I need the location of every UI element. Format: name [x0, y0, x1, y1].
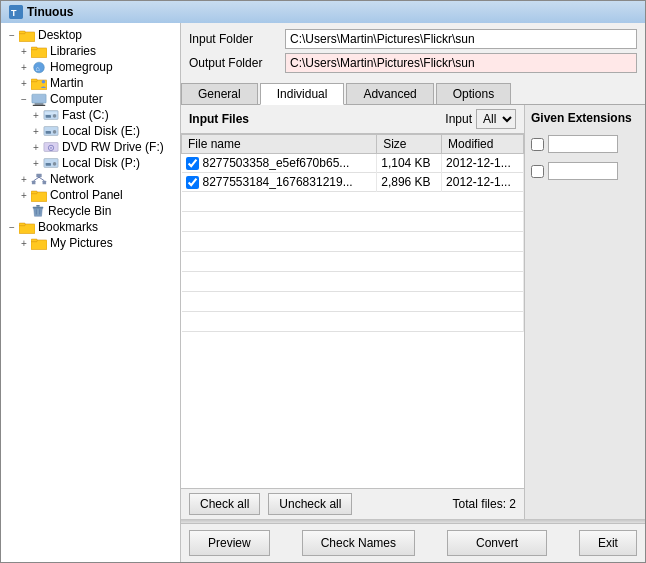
tab-advanced[interactable]: Advanced	[346, 83, 433, 104]
tree-item-libraries[interactable]: + Libraries	[1, 43, 180, 59]
exit-button[interactable]: Exit	[579, 530, 637, 556]
input-folder-label: Input Folder	[189, 32, 279, 46]
input-dropdown-label: Input	[445, 112, 472, 126]
tree-item-homegroup[interactable]: + ⌂ Homegroup	[1, 59, 180, 75]
svg-rect-12	[35, 103, 44, 105]
check-all-button[interactable]: Check all	[189, 493, 260, 515]
tree-label-recycle-bin: Recycle Bin	[48, 204, 111, 218]
svg-rect-9	[31, 79, 37, 82]
table-row-empty	[182, 192, 524, 212]
ext-input-1[interactable]	[548, 162, 618, 180]
table-row-empty	[182, 292, 524, 312]
libraries-folder-icon	[31, 45, 47, 58]
expand-martin-icon: +	[17, 76, 31, 90]
convert-button[interactable]: Convert	[447, 530, 547, 556]
file-checkbox-1[interactable]	[186, 176, 199, 189]
file-list-bottom: Check all Uncheck all Total files: 2	[181, 488, 524, 519]
input-folder-input[interactable]	[285, 29, 637, 49]
svg-rect-15	[46, 115, 51, 118]
expand-my-pictures-icon: +	[17, 236, 31, 250]
computer-icon	[31, 93, 47, 106]
expand-network-icon: +	[17, 172, 31, 186]
table-row-empty	[182, 212, 524, 232]
uncheck-all-button[interactable]: Uncheck all	[268, 493, 352, 515]
svg-rect-27	[36, 174, 41, 178]
file-modified-1: 2012-12-1...	[442, 173, 524, 192]
expand-control-panel-icon: +	[17, 188, 31, 202]
content-area: Input Files Input All	[181, 105, 645, 519]
preview-button[interactable]: Preview	[189, 530, 270, 556]
tree-item-martin[interactable]: + Martin	[1, 75, 180, 91]
tab-general[interactable]: General	[181, 83, 258, 104]
drive-e-icon	[43, 124, 59, 138]
dvd-drive-icon	[43, 140, 59, 154]
my-pictures-folder-icon	[31, 237, 47, 250]
tree-label-control-panel: Control Panel	[50, 188, 123, 202]
tree-label-fast-c: Fast (C:)	[62, 108, 109, 122]
table-row-empty	[182, 232, 524, 252]
input-files-label: Input Files	[189, 112, 249, 126]
drive-c-icon	[43, 108, 59, 122]
output-folder-input[interactable]	[285, 53, 637, 73]
file-checkbox-0[interactable]	[186, 157, 199, 170]
output-folder-label: Output Folder	[189, 56, 279, 70]
check-names-button[interactable]: Check Names	[302, 530, 415, 556]
svg-point-20	[53, 130, 57, 134]
tree-label-network: Network	[50, 172, 94, 186]
file-list-section: Input Files Input All	[181, 105, 525, 519]
svg-rect-29	[43, 181, 47, 185]
svg-rect-3	[19, 31, 25, 34]
svg-point-26	[53, 162, 57, 166]
tree-item-local-e[interactable]: + Local Disk (E:)	[1, 123, 180, 139]
input-folder-row: Input Folder	[189, 29, 637, 49]
expand-local-p-icon: +	[29, 156, 43, 170]
control-panel-icon	[31, 189, 47, 202]
tree-item-network[interactable]: + Network	[1, 171, 180, 187]
drive-p-icon	[43, 156, 59, 170]
expand-local-e-icon: +	[29, 124, 43, 138]
col-size: Size	[377, 135, 442, 154]
input-files-header: Input Files Input All	[181, 105, 524, 134]
tab-individual[interactable]: Individual	[260, 83, 345, 105]
svg-point-10	[42, 79, 46, 83]
folder-rows: Input Folder Output Folder	[181, 23, 645, 81]
given-extensions-label: Given Extensions	[531, 111, 639, 125]
file-cell-name-1: 8277553184_1676831219...	[182, 173, 377, 192]
tree-item-local-p[interactable]: + Local Disk (P:)	[1, 155, 180, 171]
tree-item-control-panel[interactable]: + Control Panel	[1, 187, 180, 203]
tree-label-bookmarks: Bookmarks	[38, 220, 98, 234]
svg-rect-5	[31, 47, 37, 50]
tree-label-local-e: Local Disk (E:)	[62, 124, 140, 138]
tree-item-fast-c[interactable]: + Fast (C:)	[1, 107, 180, 123]
expand-desktop-icon: −	[5, 28, 19, 42]
svg-rect-35	[36, 205, 40, 207]
total-files-text: Total files: 2	[453, 497, 516, 511]
svg-rect-33	[31, 191, 37, 194]
file-modified-0: 2012-12-1...	[442, 154, 524, 173]
svg-rect-28	[32, 181, 36, 185]
tree-item-computer[interactable]: − Computer	[1, 91, 180, 107]
right-sidebar: Given Extensions	[525, 105, 645, 519]
tree-item-my-pictures[interactable]: + My Pictures	[1, 235, 180, 251]
tree-item-recycle-bin[interactable]: Recycle Bin	[1, 203, 180, 219]
tree-item-bookmarks[interactable]: − Bookmarks	[1, 219, 180, 235]
svg-text:T: T	[11, 8, 17, 18]
table-row-empty	[182, 252, 524, 272]
tree-item-desktop[interactable]: − Desktop	[1, 27, 180, 43]
ext-checkbox-0[interactable]	[531, 138, 544, 151]
tree-item-dvd-f[interactable]: + DVD RW Drive (F:)	[1, 139, 180, 155]
tree-label-libraries: Libraries	[50, 44, 96, 58]
title-bar: T Tinuous	[1, 1, 645, 23]
tab-options[interactable]: Options	[436, 83, 511, 104]
input-dropdown: Input All	[445, 109, 516, 129]
expand-libraries-icon: +	[17, 44, 31, 58]
recycle-bin-icon	[31, 204, 45, 218]
ext-checkbox-1[interactable]	[531, 165, 544, 178]
file-name-0: 8277503358_e5ef670b65...	[203, 156, 350, 170]
tabs-bar: General Individual Advanced Options	[181, 81, 645, 105]
svg-text:⌂: ⌂	[35, 65, 39, 73]
input-select[interactable]: All	[476, 109, 516, 129]
expand-bookmarks-icon: −	[5, 220, 19, 234]
ext-input-0[interactable]	[548, 135, 618, 153]
col-modified: Modified	[442, 135, 524, 154]
